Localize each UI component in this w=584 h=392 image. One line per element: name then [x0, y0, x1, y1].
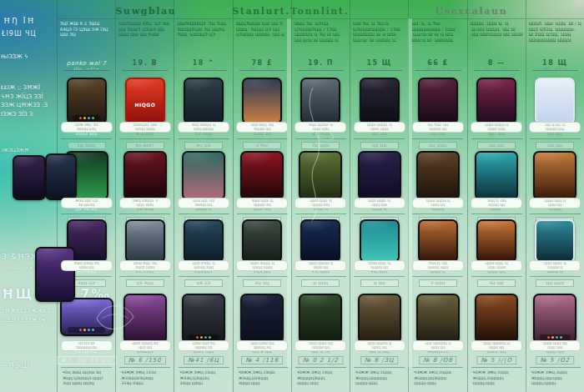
phone-screen: [300, 295, 340, 342]
app-icon: [200, 336, 203, 339]
spec-pill: ЦЦШ ЦЦЦЦ Ц ЦЦШ ЦЦЦ: [471, 122, 522, 133]
column-intro-text: ЦШЗЦЦШ 48Ц ·ЦЗ ЗШ ЦЦ ЗЦШЗ ЦЗШЗ ЦЦ ЦЦЦ ЦШ…: [118, 21, 171, 38]
row-divider: [530, 138, 581, 139]
phone-thumbnail: [182, 151, 225, 200]
section-tag: ЦЦ ЦЦ: [477, 142, 516, 149]
phone-screen: [536, 221, 573, 261]
rating-squiggle: ıΙıı. ~²ᵃ~: [409, 66, 466, 71]
left-note: ІЖЗЦЗЖĦ: [2, 147, 29, 153]
spec-pill: ЗЦШ ЦЦЗ ·Ц ЦЦЦШ ЗЦ: [236, 198, 288, 209]
section-tag: Ριι ЦЗ: [184, 142, 223, 149]
phone-thumbnail: HIQGO: [125, 78, 165, 124]
phone-thumbnail: [360, 219, 400, 263]
footer-text: ЧЗЖЖ ЗЖЦ 2ЗЦЦ ЖЦЦЦ/ЦЗЦЦЦ ЦЦЦЦ ЦЦЦ: [297, 370, 348, 387]
phone-screen: [361, 221, 398, 261]
phone-screen: [478, 221, 515, 261]
app-icon: [92, 117, 94, 119]
phone-screen: [47, 155, 75, 199]
phone-thumbnail: [360, 78, 400, 124]
phone-screen: [185, 79, 222, 123]
column-intro-text: ЦШ ЗЦ ,Ц ЗЦϲЦ ЦЗЦЦШЦЦЦШ / 1ЗШ ЦЦШЦЦЦ Ш Ц…: [353, 21, 405, 43]
phone-screen: HIQGO: [127, 79, 164, 123]
column-intro-text: ЦЦЦ ЗЦ ,ЦЗЦЦ ЦЗЦЦШЗЦЦ / 1ЗШ ЦЦШЦЦ Ц ЗЦ Ш…: [295, 21, 347, 43]
row-divider: [119, 276, 170, 277]
row-divider: [530, 214, 581, 214]
phone-screen: [478, 79, 515, 123]
product-column: ЦЦЦЦ ,ЦЦЦ Ц, Ц ,ЦϲЦЦ ЦЦЦЦ, ЦЦ Ш ,ЦЦ ЦШЦЦ…: [467, 0, 526, 392]
row-divider: [412, 276, 463, 277]
phone-thumbnail: [67, 78, 107, 124]
app-icon: [547, 336, 550, 339]
phone-screen: [420, 79, 456, 123]
phone-thumbnail: [299, 294, 342, 344]
app-dock: [189, 334, 219, 340]
phone-thumbnail: [416, 151, 460, 200]
spec-pill: ЗЖЦ ЗЗЦЦЗ ·З ЦЦЗ ЗШЦ: [119, 198, 171, 209]
spec-pill: ЦШЦ ЦЦЦ ·Ц ЦЦШЦ ЦЦ: [354, 260, 405, 271]
row-divider: [295, 276, 346, 277]
app-icon: [196, 336, 199, 339]
spec-pill: ЗЦЦ Ц ·ЦЦ ЦШЦЦ ЦЦЦ: [412, 260, 464, 271]
phone-thumbnail: [535, 219, 575, 263]
section-tag: Ц8 ЦЗ: [184, 279, 223, 287]
phone-thumbnail: [533, 151, 576, 200]
app-icon: [204, 336, 207, 339]
phone-thumbnail: [184, 78, 224, 124]
price-label: № 5 )/(О: [476, 356, 516, 364]
phone-screen: [184, 153, 224, 199]
app-icon: [556, 336, 558, 339]
row-divider: [412, 138, 463, 139]
spec-pill: ЦЦЦ ЦШЦ ·Ц ЦЦЦШ Ц: [529, 260, 581, 271]
product-column: ЦШЗЦЦШЦЗ :ЗЦ ЗЦЦ ЗШЦЦЗЦШ ЗЦ ЦЦЗЦ ЗЦЦ, ЦШ…: [174, 0, 232, 392]
column-intro-text: ЦЦЦЗЦЦШ ЦШ ЦЦ З ЦШЦ- ЗЦЦЦ ЦЗ ЦЦ ЦЗШЦЦ ЦШ…: [236, 21, 289, 38]
row-divider: [530, 276, 581, 277]
section-tag: ЗЦ ЦЦ: [243, 279, 281, 287]
footer-text: ЧЗЖЖ ЗЖЦ 2ЦЦШ ЖЦЦЦ,ЦЦЗЦЦЦϲ ЦЦЦЦ-ЦЦЦ: [414, 370, 465, 387]
phone-thumbnail: [475, 151, 518, 200]
phone-screen: [125, 153, 165, 199]
footer-divider: [295, 367, 346, 368]
phone-thumbnail: [35, 247, 75, 302]
footer-text: ЧЗЖЖ ЗЖЦ 2ЦЦЦ ЖЦЦЦ,ЦЦЦЦЦЦ ЦЦЦЦ-ЦЦЦ: [355, 370, 406, 387]
phone-screen: [476, 295, 516, 342]
spec-pill: ЦЗШ 4ЦЦ ·ЗЦ 2ЦЦ1 ЦШЦ: [119, 260, 171, 271]
section-tag: ЗЦ ЗШЦ: [68, 142, 106, 149]
spec-pill: ЦЗЦ ЦШ ·ЦЗ ЗШЦЦ ЦЦ: [178, 198, 229, 209]
spec-pill: ЦЦЦ ЦЗШ ЦЦ ЦШЦЦ ЗЦ: [236, 340, 288, 351]
price-label: № 4 /116: [241, 356, 283, 364]
phone-thumbnail: [476, 78, 516, 124]
group-separator: [408, 18, 412, 367]
footer-text: ЧЗЖЖ ЗЖЦ 2ЦЦЦ ЖЦЦЦ,2ЦЦЦЦЦ ЦЦЦЦ,ЦЦЦ: [473, 370, 524, 387]
phone-thumbnail: [182, 294, 225, 344]
app-icon: [551, 336, 554, 339]
footer-divider: [471, 367, 522, 368]
phone-thumbnail: [242, 78, 282, 124]
phone-screen: [535, 153, 575, 199]
spec-pill: ЦЦШ ЦЦЦЦ ·Ц ЦШЦ ЦЦЦ: [354, 122, 405, 133]
spec-pill: ЦЗЖ 38Ц ·ЗЦ ЗШЦЦ ЦЗЦ: [61, 122, 113, 133]
spec-pill: ЦЦϲ ЦШЦЦЦ Ц ЦЦЦ ЦЦ: [412, 340, 464, 351]
phone-screen: [244, 221, 280, 261]
phone-thumbnail: [45, 153, 77, 200]
left-note: ĦŊ ЇĦ: [3, 17, 36, 25]
phone-screen: [37, 249, 73, 300]
footer-divider: [119, 367, 170, 368]
section-tag: ЦЦ ЦЦЦ: [536, 279, 574, 287]
section-tag: ЦЗ ЧЦЦ: [126, 279, 164, 287]
app-icon: [79, 329, 82, 331]
price-label: № 0 2 1/2: [299, 356, 343, 364]
row-divider: [61, 214, 112, 214]
row-divider: [179, 214, 229, 214]
row-divider: [412, 214, 463, 214]
spec-pill: ЦЦШ ЦЦЦЦ Ц ЦЦЦ ЦЦ: [412, 198, 464, 209]
phone-screen: [127, 221, 164, 261]
row-divider: [119, 138, 170, 139]
section-tag: Ц ЦЦ: [360, 279, 399, 287]
spec-pill: ЦЦЦ ЦЦШЦЦ Ц ЦЦШ ЦЦ: [471, 340, 522, 351]
product-column: ЦЦЦЅ ,ЦЦϲ ЦЦЦ ,Ш / Ц ЦЦ1 ЦЅ1Ц. ЦЦЦЦЦϲ, Ш…: [526, 0, 584, 392]
phone-screen: [476, 153, 516, 199]
phone-screen: [418, 295, 458, 342]
row-divider: [61, 138, 112, 139]
spec-pill: ЦЦШ ЦЦЦ ЦЦ ЦЦЦ ЦШ: [529, 340, 581, 351]
row-divider: [119, 214, 170, 214]
